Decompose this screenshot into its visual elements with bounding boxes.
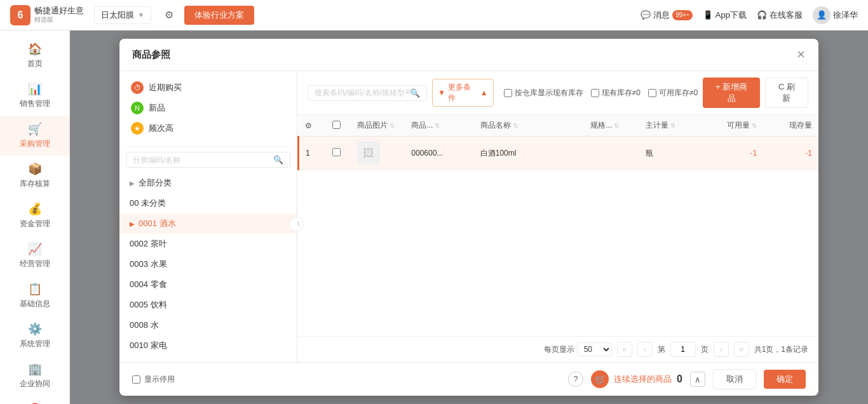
experience-button[interactable]: 体验行业方案: [184, 6, 254, 25]
col-header-settings[interactable]: ⚙: [299, 115, 326, 137]
logo-text: 畅捷通好生意: [34, 6, 84, 16]
table-header-row: ⚙ 商品图片 商品... 商品名称 规格... 主计量: [299, 115, 819, 137]
add-product-button[interactable]: + 新增商品: [703, 77, 760, 108]
sidebar-item-home[interactable]: 🏠 首页: [0, 36, 69, 76]
category-label-all: 全部分类: [139, 177, 172, 189]
modal-overlay: 商品参照 ✕ ⏱ 近期购买 N: [70, 30, 868, 404]
sidebar-item-purchase[interactable]: 🛒 采购管理: [0, 116, 69, 156]
checkbox-usable[interactable]: [648, 89, 656, 97]
checkbox-warehouse[interactable]: [504, 89, 512, 97]
cell-spec: [584, 137, 639, 170]
col-header-unit[interactable]: 主计量: [639, 115, 695, 137]
sidebar-item-operation[interactable]: 📈 经营管理: [0, 236, 69, 276]
headset-icon: 🎧: [757, 10, 767, 20]
category-item-0004[interactable]: 0004 零食: [119, 274, 297, 295]
quick-link-frequent[interactable]: ★ 频次高: [126, 118, 290, 138]
collapse-panel-button[interactable]: 《: [289, 217, 304, 232]
page-size-select[interactable]: 50 10 20 100: [577, 342, 612, 356]
cart-collapse-button[interactable]: ∧: [690, 372, 705, 387]
quick-link-new-label: 新品: [149, 102, 165, 114]
table-row[interactable]: 1 🖼 000600... 白酒100ml: [299, 137, 819, 170]
table-select-all[interactable]: [332, 121, 341, 129]
checkbox-warehouse-label[interactable]: 按仓库显示现有库存: [504, 88, 583, 98]
cell-avail: -1: [695, 137, 763, 170]
checkbox-available[interactable]: [591, 89, 599, 97]
navbar: 6 畅捷通好生意 精选版 日太阳膜 ▼ ⚙ 体验行业方案 💬 消息 99++ 📱…: [0, 0, 868, 30]
category-item-0002[interactable]: 0002 茶叶: [119, 234, 297, 254]
show-disabled-checkbox-label[interactable]: 显示停用: [132, 374, 175, 385]
page-prev-button[interactable]: ‹: [637, 342, 653, 357]
purchase-icon: 🛒: [28, 122, 42, 136]
category-item-00[interactable]: 00 未分类: [119, 193, 297, 213]
category-search-icon[interactable]: 🔍: [273, 155, 283, 165]
cancel-button[interactable]: 取消: [713, 369, 756, 389]
cell-code: 000600...: [405, 137, 473, 170]
sidebar-item-inventory[interactable]: 📦 库存核算: [0, 156, 69, 196]
page-number-input[interactable]: [670, 342, 696, 357]
cell-unit: 瓶: [639, 137, 695, 170]
sidebar-item-sales[interactable]: 📊 销售管理: [0, 76, 69, 116]
messages-button[interactable]: 💬 消息 99++: [641, 10, 693, 21]
category-label-0008: 0008 水: [130, 320, 159, 331]
store-selector[interactable]: 日太阳膜 ▼: [94, 6, 151, 24]
sidebar: 🏠 首页 📊 销售管理 🛒 采购管理 📦 库存核算 💰 资金管理 📈 经营管理 …: [0, 30, 70, 404]
col-header-name[interactable]: 商品名称: [474, 115, 585, 137]
checkbox-available-label[interactable]: 现有库存≠0: [591, 88, 641, 98]
category-item-0005[interactable]: 0005 饮料: [119, 295, 297, 315]
category-item-0003[interactable]: 0003 水果: [119, 254, 297, 274]
filter-arrow-icon: ▲: [480, 88, 488, 97]
sidebar-item-basic[interactable]: 📋 基础信息: [0, 276, 69, 316]
star-icon: ★: [131, 122, 144, 135]
quick-link-recent[interactable]: ⏱ 近期购买: [126, 77, 290, 98]
username: 徐泽华: [833, 10, 858, 21]
app-download-button[interactable]: 📱 App下载: [703, 10, 747, 21]
cart-count: 0: [677, 374, 682, 385]
cell-img: 🖼: [351, 137, 405, 170]
confirm-button[interactable]: 确定: [764, 370, 806, 389]
cell-seq: 1: [299, 137, 326, 170]
col-header-avail[interactable]: 可用量: [695, 115, 763, 137]
filter-button[interactable]: ▼ 更多条件 ▲: [432, 79, 494, 107]
new-icon: N: [131, 102, 144, 114]
category-label-0004: 0004 零食: [130, 279, 167, 290]
product-search-input[interactable]: [315, 88, 410, 97]
sidebar-item-finance[interactable]: 💰 资金管理: [0, 196, 69, 236]
user-menu[interactable]: 👤 徐泽华: [813, 6, 858, 24]
sidebar-label-basic: 基础信息: [20, 299, 50, 309]
sidebar-item-system[interactable]: ⚙️ 系统管理: [0, 316, 69, 356]
page-last-button[interactable]: »: [734, 342, 749, 357]
toolbar-right: + 新增商品 C 刷新: [703, 77, 808, 108]
category-label-0010: 0010 家电: [130, 340, 167, 351]
modal-close-button[interactable]: ✕: [796, 48, 806, 62]
page-first-button[interactable]: «: [617, 342, 632, 357]
col-header-img[interactable]: 商品图片: [351, 115, 405, 137]
finance-icon: 💰: [28, 202, 42, 216]
checkbox-usable-label[interactable]: 可用库存≠0: [648, 88, 698, 98]
category-search-input[interactable]: [133, 156, 273, 165]
service-button[interactable]: 🎧 在线客服: [757, 10, 803, 21]
category-item-0008[interactable]: 0008 水: [119, 315, 297, 335]
content-area: 商品参照 ✕ ⏱ 近期购买 N: [70, 30, 868, 404]
category-item-0001[interactable]: 0001 酒水: [119, 213, 297, 234]
settings-button[interactable]: ⚙: [159, 5, 179, 25]
category-item-0010[interactable]: 0010 家电: [119, 335, 297, 356]
col-header-code[interactable]: 商品...: [405, 115, 473, 137]
sidebar-item-guide[interactable]: 🎯 新手引导: [0, 396, 69, 404]
quick-link-new[interactable]: N 新品: [126, 98, 290, 118]
search-icon[interactable]: 🔍: [410, 88, 420, 98]
help-button[interactable]: ?: [568, 372, 583, 387]
sidebar-item-enterprise[interactable]: 🏢 企业协同: [0, 356, 69, 396]
quick-links: ⏱ 近期购买 N 新品 ★ 频次高: [119, 77, 297, 144]
row-checkbox[interactable]: [332, 148, 341, 156]
col-header-spec[interactable]: 规格...: [584, 115, 639, 137]
show-disabled-checkbox[interactable]: [132, 375, 140, 384]
sidebar-label-system: 系统管理: [20, 339, 50, 349]
mobile-icon: 📱: [703, 10, 713, 20]
page-next-button[interactable]: ›: [714, 342, 729, 357]
category-item-all[interactable]: 全部分类: [119, 173, 297, 193]
cell-stock: -1: [763, 137, 818, 170]
refresh-button[interactable]: C 刷新: [765, 77, 808, 108]
navbar-right: 💬 消息 99++ 📱 App下载 🎧 在线客服 👤 徐泽华: [641, 6, 858, 24]
sidebar-label-purchase: 采购管理: [20, 138, 50, 149]
cart-area[interactable]: 🛒 连续选择的商品 0: [591, 370, 682, 388]
